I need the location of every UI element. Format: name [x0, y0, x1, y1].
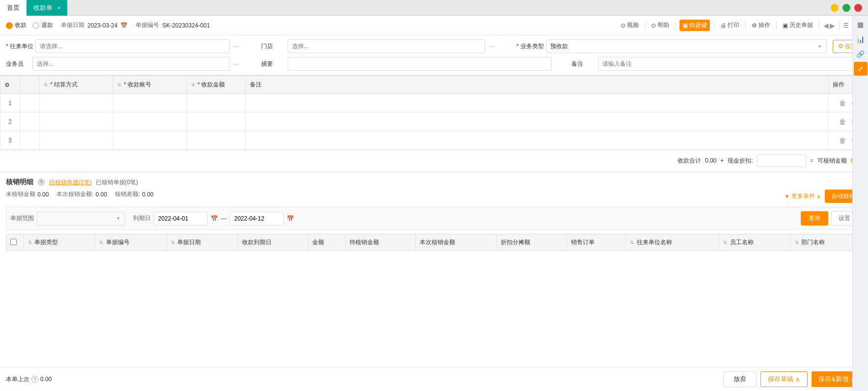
range-select[interactable]: ▼: [37, 212, 125, 225]
receipt-table-container: ⚙ ⇅ * 结算方式 ⇅ * 收款账号 ⇅ * 收款金额: [0, 75, 868, 150]
maximize-button[interactable]: [842, 4, 850, 12]
radio-receipt-label[interactable]: 收款: [6, 21, 27, 29]
delete-icon[interactable]: 🗑: [838, 117, 847, 127]
row-amount-cell[interactable]: [187, 131, 246, 150]
row-remark-cell[interactable]: [246, 112, 829, 131]
note-input[interactable]: [598, 57, 862, 71]
row-account-cell[interactable]: [113, 94, 187, 112]
discount-input[interactable]: [757, 154, 806, 167]
discard-button[interactable]: 放弃: [723, 371, 757, 387]
tab-close[interactable]: ×: [57, 5, 60, 11]
summary-input[interactable]: [288, 57, 552, 71]
query-button[interactable]: 查询: [801, 211, 828, 225]
radio-refund-label[interactable]: 退款: [32, 21, 53, 29]
eq-sign: =: [810, 157, 814, 164]
sort-icon: ⇅: [44, 82, 48, 87]
verify-done-tab[interactable]: 已核销单据(0笔): [96, 178, 138, 187]
date-from-input[interactable]: [154, 212, 208, 225]
current-amount-header: 本次核销金额: [415, 234, 496, 251]
filter-icon: ▼: [784, 193, 790, 200]
shop-label: 门店: [261, 42, 286, 51]
row-num: 2: [0, 112, 20, 131]
date-to-input[interactable]: [230, 212, 284, 225]
counterpart-name-header: ⇅ 往来单位名称: [626, 234, 719, 251]
unchecked-value: 0.00: [37, 191, 49, 198]
row-amount-cell[interactable]: [187, 112, 246, 131]
footer-info-icon[interactable]: ?: [31, 376, 38, 383]
shop-field: 门店 ···: [261, 39, 497, 53]
verify-pending-tab[interactable]: 待核销单据(0笔): [49, 178, 92, 187]
calendar-icon[interactable]: 📅: [120, 22, 128, 29]
save-draft-button[interactable]: 保存草稿 ∧: [760, 371, 808, 387]
close-button[interactable]: [854, 4, 862, 12]
tab-receipt[interactable]: 收款单 ×: [27, 0, 67, 16]
help-btn[interactable]: ⊙ 帮助: [649, 20, 671, 30]
doc-type-header: ⇅ 单据类型: [24, 234, 95, 251]
counterpart-label: 往来单位: [6, 42, 33, 51]
row-amount-cell[interactable]: [187, 94, 246, 112]
history-icon: ▣: [783, 22, 788, 29]
business-type-label: 业务类型: [516, 42, 544, 51]
print-icon: 🖨: [720, 22, 726, 29]
row-remark-cell[interactable]: [246, 94, 829, 112]
video-icon: ⊙: [621, 22, 625, 29]
row-account-cell[interactable]: [113, 112, 187, 131]
doc-number-label: 单据编号: [136, 21, 159, 29]
layout-list-icon[interactable]: ☰: [843, 22, 852, 29]
nav-prev[interactable]: ◀: [823, 22, 829, 29]
delete-icon[interactable]: 🗑: [838, 136, 847, 145]
divider3: [714, 22, 714, 29]
history-btn[interactable]: ▣ 历史单据: [781, 20, 815, 30]
minimize-button[interactable]: [831, 4, 839, 12]
salesperson-more-btn[interactable]: ···: [232, 60, 242, 68]
shop-input[interactable]: [288, 39, 485, 53]
row-num: 1: [0, 94, 20, 112]
sort-icon: ⇅: [117, 82, 121, 87]
calendar-icon[interactable]: 📅: [287, 215, 294, 222]
shortcut-btn[interactable]: ▣ 快捷键: [679, 20, 710, 31]
counterpart-more-btn[interactable]: ···: [232, 42, 242, 50]
select-all-checkbox[interactable]: [10, 239, 17, 245]
filter-row: 单据范围 ▼ 到期日 📅 — 📅 查询 设置: [6, 207, 862, 230]
discount-header: 折扣分摊额: [496, 234, 567, 251]
salesperson-input[interactable]: [32, 57, 230, 71]
counterpart-input[interactable]: [35, 39, 230, 53]
business-type-select[interactable]: 预收款 ▼: [546, 39, 827, 53]
business-type-field: 业务类型 预收款 ▼: [516, 39, 827, 53]
video-btn[interactable]: ⊙ 视频: [619, 20, 641, 30]
operation-btn[interactable]: ⚙ 操作: [750, 20, 772, 30]
sort-icon: ⇅: [795, 240, 799, 245]
doc-date-group: 单据日期 2023-03-24 📅: [61, 21, 128, 29]
sidebar-link-icon[interactable]: 🔗: [854, 47, 868, 61]
row-settle-cell[interactable]: [40, 131, 113, 150]
nav-next[interactable]: ▶: [830, 22, 835, 29]
more-conditions-btn[interactable]: ▼ 更多条件 ∧: [784, 192, 821, 200]
row-settle-cell[interactable]: [40, 112, 113, 131]
current-amount-value: 0.00: [96, 191, 107, 198]
summary-field: 摘要: [261, 57, 552, 71]
divider5: [776, 22, 777, 29]
verify-header: 核销明细 ? 待核销单据(0笔) 已核销单据(0笔): [6, 178, 862, 187]
department-name-header: ⇅ 部门名称: [790, 234, 862, 251]
shop-more-btn[interactable]: ···: [487, 42, 497, 50]
chevron-up-icon: ∧: [795, 376, 800, 383]
sidebar-chart-icon[interactable]: 📊: [854, 32, 868, 46]
sidebar-expand-icon[interactable]: ⤢: [854, 62, 868, 76]
diff-label: 核销差额:: [115, 190, 140, 198]
row-remark-cell[interactable]: [246, 131, 829, 150]
print-btn[interactable]: 🖨 打印: [718, 20, 741, 30]
salesperson-field: 业务员 ···: [6, 57, 242, 71]
row-account-cell[interactable]: [113, 131, 187, 150]
note-label: 备注: [571, 60, 596, 68]
radio-group: 收款 退款: [6, 21, 53, 29]
delete-icon[interactable]: 🗑: [838, 98, 847, 108]
employee-name-header: ⇅ 员工名称: [719, 234, 790, 251]
verify-info-icon[interactable]: ?: [37, 178, 45, 186]
row-settle-cell[interactable]: [40, 94, 113, 112]
operation-icon: ⚙: [752, 22, 757, 29]
table-settings-header[interactable]: ⚙: [0, 76, 20, 94]
calendar-icon[interactable]: 📅: [211, 215, 218, 222]
radio-receipt-dot: [6, 22, 13, 29]
tab-home[interactable]: 首页: [0, 0, 27, 16]
sidebar-table-icon[interactable]: ▦: [854, 18, 868, 31]
